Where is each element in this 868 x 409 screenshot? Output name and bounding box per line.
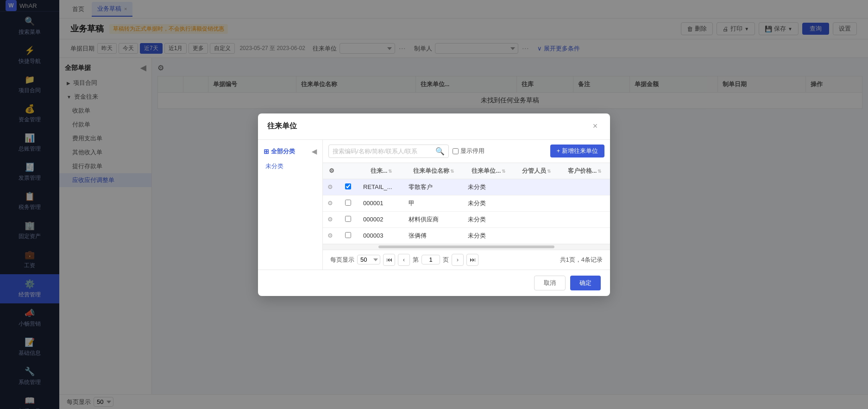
- row-salesperson: [514, 211, 559, 227]
- confirm-button[interactable]: 确定: [570, 276, 601, 290]
- show-disabled-label: 显示停用: [460, 147, 484, 155]
- row-salesperson: [514, 195, 559, 211]
- horizontal-scrollbar[interactable]: [323, 244, 610, 250]
- modal-body: ⊞ 全部分类 ◀ 未分类 🔍 显示停用: [258, 140, 610, 270]
- row-price-level: [559, 211, 610, 227]
- page-num-label: 第: [413, 256, 419, 264]
- modal-col-price-level[interactable]: 客户价格...⇅: [559, 163, 610, 179]
- per-page-select[interactable]: 50 10 20 100: [357, 255, 380, 264]
- search-input-wrap: 🔍: [328, 145, 449, 158]
- row-gear[interactable]: ⚙: [323, 195, 340, 211]
- row-salesperson: [514, 227, 559, 244]
- modal-action-footer: 取消 确定: [258, 270, 610, 296]
- row-price-level: [559, 179, 610, 195]
- modal-col-name[interactable]: 往来单位名称⇅: [404, 163, 463, 179]
- modal-table: ⚙往来...⇅往来单位名称⇅往来单位...⇅分管人员⇅客户价格...⇅ ⚙ RE…: [323, 163, 610, 244]
- modal-table-row[interactable]: ⚙ 000003 张俩傅 未分类: [323, 227, 610, 244]
- row-category: 未分类: [463, 227, 514, 244]
- last-page-button[interactable]: ⏭: [466, 254, 478, 266]
- pagination-controls: 每页显示 50 10 20 100 ⏮ ‹ 第 页 › ⏭: [330, 254, 478, 266]
- row-category: 未分类: [463, 195, 514, 211]
- row-check[interactable]: [340, 211, 359, 227]
- next-page-button[interactable]: ›: [452, 254, 464, 266]
- category-grid-icon: ⊞: [264, 148, 269, 155]
- modal-table-row[interactable]: ⚙ 000001 甲 未分类: [323, 195, 610, 211]
- row-code: 000001: [359, 195, 404, 211]
- row-gear[interactable]: ⚙: [323, 211, 340, 227]
- first-page-button[interactable]: ⏮: [383, 254, 395, 266]
- search-input[interactable]: [333, 148, 433, 155]
- category-title: 全部分类: [271, 147, 312, 156]
- row-code: 000002: [359, 211, 404, 227]
- row-name: 零散客户: [404, 179, 463, 195]
- row-name: 张俩傅: [404, 227, 463, 244]
- modal-pagination: 每页显示 50 10 20 100 ⏮ ‹ 第 页 › ⏭: [323, 250, 610, 270]
- row-name: 材料供应商: [404, 211, 463, 227]
- show-disabled-checkbox[interactable]: [453, 148, 459, 154]
- row-check[interactable]: [340, 179, 359, 195]
- modal-header: 往来单位 ×: [258, 113, 610, 140]
- row-category: 未分类: [463, 179, 514, 195]
- add-unit-button[interactable]: + 新增往来单位: [550, 145, 604, 157]
- modal-table-wrap: ⚙往来...⇅往来单位名称⇅往来单位...⇅分管人员⇅客户价格...⇅ ⚙ RE…: [323, 163, 610, 244]
- modal-right-panel: 🔍 显示停用 + 新增往来单位 ⚙往来...⇅往来单位名称⇅往来单位...⇅分管…: [323, 140, 610, 270]
- page-total-text: 共1页，4条记录: [560, 256, 603, 264]
- modal-col-code[interactable]: 往来...⇅: [359, 163, 404, 179]
- row-code: RETAIL_...: [359, 179, 404, 195]
- category-item-label: 未分类: [265, 163, 283, 170]
- row-gear[interactable]: ⚙: [323, 179, 340, 195]
- prev-page-button[interactable]: ‹: [398, 254, 410, 266]
- row-category: 未分类: [463, 211, 514, 227]
- modal-close-button[interactable]: ×: [590, 121, 601, 132]
- modal-col-salesperson[interactable]: 分管人员⇅: [514, 163, 559, 179]
- show-disabled-checkbox-label[interactable]: 显示停用: [453, 147, 484, 155]
- modal-col-category[interactable]: 往来单位...⇅: [463, 163, 514, 179]
- category-collapse-icon[interactable]: ◀: [312, 148, 317, 155]
- row-salesperson: [514, 179, 559, 195]
- modal-dialog: 往来单位 × ⊞ 全部分类 ◀ 未分类: [258, 113, 610, 296]
- modal-col-check: [340, 163, 359, 179]
- modal-col-gear: ⚙: [323, 163, 340, 179]
- row-price-level: [559, 227, 610, 244]
- modal-title: 往来单位: [267, 121, 297, 131]
- modal-table-row[interactable]: ⚙ 000002 材料供应商 未分类: [323, 211, 610, 227]
- row-name: 甲: [404, 195, 463, 211]
- row-check[interactable]: [340, 195, 359, 211]
- category-item-uncategorized[interactable]: 未分类: [258, 159, 322, 173]
- category-header: ⊞ 全部分类 ◀: [258, 145, 322, 159]
- row-gear[interactable]: ⚙: [323, 227, 340, 244]
- add-unit-label: + 新增往来单位: [557, 147, 598, 155]
- modal-overlay: 往来单位 × ⊞ 全部分类 ◀ 未分类: [0, 0, 868, 409]
- per-page-label: 每页显示: [330, 256, 354, 264]
- modal-table-row[interactable]: ⚙ RETAIL_... 零散客户 未分类: [323, 179, 610, 195]
- cancel-button[interactable]: 取消: [534, 276, 566, 290]
- search-icon: 🔍: [435, 147, 445, 156]
- modal-category-panel: ⊞ 全部分类 ◀ 未分类: [258, 140, 323, 270]
- page-number-input[interactable]: [421, 255, 440, 264]
- row-code: 000003: [359, 227, 404, 244]
- row-price-level: [559, 195, 610, 211]
- page-label: 页: [443, 256, 449, 264]
- row-check[interactable]: [340, 227, 359, 244]
- modal-toolbar: 🔍 显示停用 + 新增往来单位: [323, 140, 610, 163]
